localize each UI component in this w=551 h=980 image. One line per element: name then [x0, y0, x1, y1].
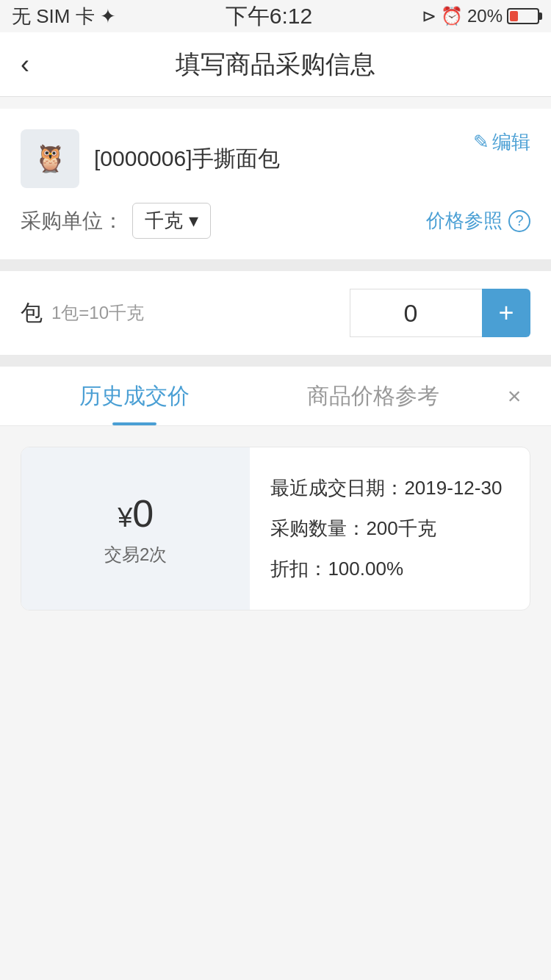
status-alarm-icon: ⏰ [441, 6, 463, 26]
status-battery-text: 20% [467, 6, 503, 26]
price-card-right: 最近成交日期：2019-12-30 采购数量：200千克 折扣：100.00% [250, 447, 530, 610]
unit-conversion: 1包=10千克 [51, 301, 144, 325]
tab-close-button[interactable]: × [492, 374, 536, 418]
status-time: 下午6:12 [226, 1, 312, 32]
tab-product-price-ref-label: 商品价格参考 [307, 381, 439, 411]
price-card-left: ¥0 交易2次 [21, 447, 250, 610]
tab-history-price[interactable]: 历史成交价 [15, 367, 253, 425]
tab-bar: 历史成交价 商品价格参考 × [0, 367, 551, 426]
quantity-input-group: + [350, 289, 530, 337]
quantity-row-detail: 采购数量：200千克 [270, 514, 509, 543]
unit-tag: 包 [21, 298, 43, 328]
recent-date-row: 最近成交日期：2019-12-30 [270, 474, 509, 502]
recent-date-label: 最近成交日期： [270, 477, 404, 499]
price-amount: ¥0 [118, 491, 154, 536]
nav-bar: ‹ 填写商品采购信息 [0, 32, 551, 97]
product-header: 🦉 [0000006]手撕面包 ✎ 编辑 [21, 129, 530, 188]
unit-section: 采购单位： 千克 ▾ [21, 203, 211, 239]
battery-fill [510, 11, 518, 21]
quantity-label-detail: 采购数量： [270, 517, 366, 539]
currency-symbol: ¥ [118, 502, 132, 533]
tab-product-price-ref[interactable]: 商品价格参考 [253, 367, 492, 425]
edit-button[interactable]: ✎ 编辑 [473, 129, 530, 155]
product-info-row: 采购单位： 千克 ▾ 价格参照 ? [21, 203, 530, 239]
discount-row: 折扣：100.00% [270, 555, 509, 583]
unit-value: 千克 [145, 208, 183, 234]
battery-indicator [507, 8, 539, 24]
back-button[interactable]: ‹ [21, 49, 29, 80]
status-location-icon: ⊳ [422, 6, 436, 26]
edit-label: 编辑 [492, 129, 530, 155]
history-price-container: ¥0 交易2次 最近成交日期：2019-12-30 采购数量：200千克 折扣：… [0, 426, 551, 631]
product-name: [0000006]手撕面包 [94, 144, 280, 174]
discount-value: 100.00% [328, 558, 403, 580]
product-info-left: 🦉 [0000006]手撕面包 [21, 129, 280, 188]
quantity-plus-button[interactable]: + [482, 289, 530, 337]
product-card: 🦉 [0000006]手撕面包 ✎ 编辑 采购单位： 千克 ▾ 价格参照 ? [0, 109, 551, 259]
product-icon-image: 🦉 [34, 143, 67, 174]
price-ref-label: 价格参照 [426, 208, 503, 234]
quantity-label: 包 1包=10千克 [21, 298, 144, 328]
section-divider-2 [0, 355, 551, 367]
unit-prefix-label: 采购单位： [21, 207, 123, 235]
price-ref-button[interactable]: 价格参照 ? [426, 208, 530, 234]
status-bar: 无 SIM 卡 ✦ 下午6:12 ⊳ ⏰ 20% [0, 0, 551, 32]
edit-icon: ✎ [473, 131, 489, 154]
quantity-row: 包 1包=10千克 + [0, 271, 551, 355]
price-value: 0 [132, 492, 154, 535]
dropdown-arrow-icon: ▾ [189, 209, 198, 232]
unit-dropdown[interactable]: 千克 ▾ [132, 203, 211, 239]
section-divider [0, 259, 551, 271]
product-icon: 🦉 [21, 129, 79, 188]
status-right-group: ⊳ ⏰ 20% [422, 6, 539, 26]
recent-date-value: 2019-12-30 [404, 477, 502, 499]
price-card: ¥0 交易2次 最近成交日期：2019-12-30 采购数量：200千克 折扣：… [21, 447, 530, 610]
price-transactions: 交易2次 [104, 543, 167, 566]
status-signal: 无 SIM 卡 ✦ [12, 4, 116, 29]
page-title: 填写商品采购信息 [176, 48, 375, 82]
tab-history-price-label: 历史成交价 [79, 381, 190, 411]
quantity-input[interactable] [350, 289, 482, 337]
help-icon: ? [508, 210, 530, 232]
quantity-value: 200千克 [366, 517, 436, 539]
discount-label: 折扣： [270, 558, 328, 580]
